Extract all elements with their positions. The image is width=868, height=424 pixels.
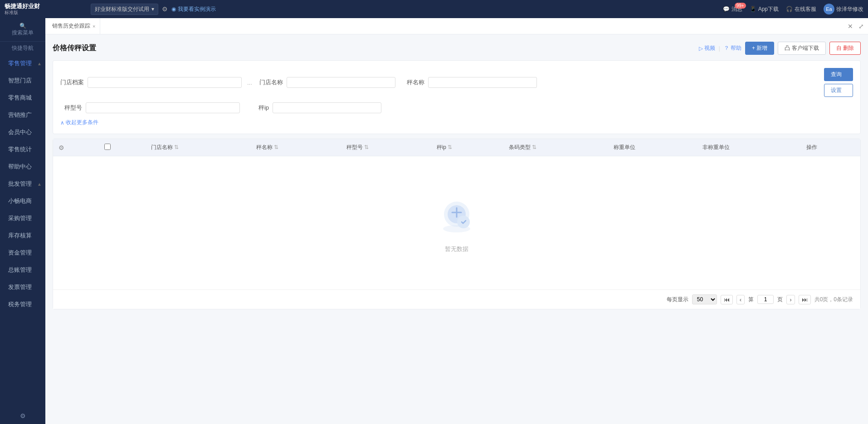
app-download-btn[interactable]: 📱 App下载 — [750, 5, 779, 13]
empty-icon — [434, 193, 479, 238]
sidebar-item-label-general-ledger: 总账管理 — [8, 266, 32, 274]
query-btn[interactable]: 查询 — [824, 68, 853, 81]
first-page-btn[interactable]: ⏮ — [721, 295, 733, 304]
search-icon: 🔍 — [20, 23, 26, 29]
table-wrapper: ⚙ 门店名称⇅ 秤名称⇅ 秤型号⇅ 秤ip⇅ 条码类型⇅ 称重单位 非称重单位 — [53, 139, 860, 156]
sidebar-item-tax[interactable]: 税务管理 — [0, 296, 45, 313]
store-file-input[interactable] — [88, 77, 242, 88]
sidebar-item-xc-ecom[interactable]: 小畅电商 — [0, 193, 45, 210]
prev-page-btn[interactable]: ‹ — [736, 295, 745, 304]
sidebar-item-label-tax: 税务管理 — [8, 300, 32, 308]
filter-scale-model: 秤型号 — [60, 102, 240, 113]
page-actions: ▷ 视频 | ？ 帮助 + 新增 凸 客户端下载 自 删除 — [699, 42, 861, 55]
sidebar-item-finance[interactable]: 资金管理 — [0, 244, 45, 261]
add-btn[interactable]: + 新增 — [745, 42, 774, 55]
settings-btn[interactable]: 设置 — [824, 84, 853, 97]
col-gear-icon[interactable]: ⚙ — [59, 144, 64, 151]
col-barcode-type: 条码类型⇅ — [503, 139, 609, 156]
version-select[interactable]: 好业财标准版交付试用 ▾ — [91, 4, 158, 15]
sidebar-item-label-retail-stat: 零售统计 — [8, 145, 32, 154]
total-info: 共0页，0条记录 — [814, 296, 853, 304]
sidebar-search[interactable]: 🔍 搜索菜单 — [0, 18, 45, 42]
store-file-dots[interactable]: ... — [247, 79, 252, 86]
demo-link[interactable]: ◉ 我要看实例演示 — [171, 5, 216, 13]
scale-ip-input[interactable] — [273, 102, 381, 113]
message-btn[interactable]: 💬 消息 99+ — [723, 5, 742, 13]
sidebar-item-retail-stat[interactable]: 零售统计 — [0, 141, 45, 158]
last-page-btn[interactable]: ⏭ — [799, 295, 811, 304]
sort-icon-scale-name[interactable]: ⇅ — [274, 144, 278, 150]
top-bar: 畅捷通好业财 标准版 好业财标准版交付试用 ▾ ⚙ ◉ 我要看实例演示 💬 消息… — [0, 0, 868, 18]
top-bar-left: 畅捷通好业财 标准版 — [5, 3, 86, 15]
empty-text: 暂无数据 — [445, 245, 468, 253]
video-link[interactable]: ▷ 视频 — [699, 44, 715, 52]
sort-icon-barcode-type[interactable]: ⇅ — [532, 144, 536, 150]
sidebar-item-label-member: 会员中心 — [8, 128, 32, 136]
sort-icon-scale-model[interactable]: ⇅ — [364, 144, 369, 150]
sidebar-item-smart-store[interactable]: 智慧门店 — [0, 72, 45, 89]
next-page-btn[interactable]: › — [786, 295, 795, 304]
sidebar-item-retail-mall[interactable]: 零售商城 — [0, 89, 45, 106]
data-table: ⚙ 门店名称⇅ 秤名称⇅ 秤型号⇅ 秤ip⇅ 条码类型⇅ 称重单位 非称重单位 — [53, 139, 860, 156]
filter-scale-ip: 秤ip — [247, 102, 381, 113]
sidebar-item-inventory[interactable]: 库存核算 — [0, 227, 45, 244]
sidebar-item-invoice[interactable]: 发票管理 — [0, 279, 45, 296]
col-settings: ⚙ — [53, 139, 99, 156]
sidebar-item-label-purchase: 采购管理 — [8, 214, 32, 222]
sidebar-item-marketing[interactable]: 营销推广 — [0, 106, 45, 124]
sidebar-item-purchase[interactable]: 采购管理 — [0, 210, 45, 227]
sidebar-item-label-invoice: 发票管理 — [8, 283, 32, 291]
sidebar-item-label-xc-ecom: 小畅电商 — [8, 197, 32, 205]
col-scale-model: 秤型号⇅ — [341, 139, 431, 156]
page-header: 价格传秤设置 ▷ 视频 | ？ 帮助 + 新增 凸 客户端下载 自 — [53, 42, 861, 55]
filter-row-2: 秤型号 秤ip — [60, 102, 853, 113]
sidebar-item-wholesale[interactable]: 批发管理▲ — [0, 175, 45, 193]
tab-sale-history[interactable]: 销售历史价跟踪× — [48, 18, 100, 34]
sidebar-item-label-marketing: 营销推广 — [8, 111, 32, 119]
user-profile-btn[interactable]: Ea 徐泽华修改 — [824, 4, 863, 14]
sidebar-item-retail[interactable]: 零售管理▲ — [0, 55, 45, 72]
select-all-checkbox[interactable] — [104, 144, 111, 150]
online-service-btn[interactable]: 🎧 在线客服 — [786, 5, 816, 13]
tabs-container: 首页商品价格设置×进价策略设置×售价提取设置×采购历史价跟踪×销售历史价跟踪×门… — [48, 18, 100, 34]
sidebar-item-general-ledger[interactable]: 总账管理 — [0, 261, 45, 279]
page-input[interactable] — [757, 295, 774, 304]
col-scale-ip: 秤ip⇅ — [431, 139, 503, 156]
chevron-down-icon: ▾ — [151, 6, 154, 12]
sort-icon-store-name[interactable]: ⇅ — [174, 144, 179, 150]
col-weight-unit: 称重单位 — [608, 139, 697, 156]
sidebar-quicknav[interactable]: 快捷导航 — [0, 42, 45, 55]
sidebar: 🔍 搜索菜单 快捷导航 零售管理▲智慧门店零售商城营销推广会员中心零售统计帮助中… — [0, 18, 45, 424]
page-size-select[interactable]: 50 10 20 100 — [692, 294, 717, 304]
filter-row-1: 门店档案 ... 门店名称 秤名称 查询 — [60, 68, 853, 97]
filter-store-name: 门店名称 — [259, 77, 395, 88]
tab-expand-btn[interactable]: ⤢ — [857, 21, 866, 32]
collapse-btn[interactable]: ∧ 收起更多条件 — [60, 119, 853, 126]
col-scale-name: 秤名称⇅ — [251, 139, 341, 156]
help-link[interactable]: ？ 帮助 — [724, 44, 741, 52]
headset-icon: 🎧 — [786, 6, 793, 12]
svg-point-3 — [457, 216, 470, 228]
col-checkbox — [99, 139, 146, 156]
delete-btn[interactable]: 自 删除 — [829, 42, 861, 55]
sort-icon-scale-ip[interactable]: ⇅ — [448, 144, 452, 150]
table-card: ⚙ 门店名称⇅ 秤名称⇅ 秤型号⇅ 秤ip⇅ 条码类型⇅ 称重单位 非称重单位 — [53, 139, 861, 309]
store-name-input[interactable] — [287, 77, 395, 88]
download-btn[interactable]: 凸 客户端下载 — [778, 42, 825, 55]
scale-name-input[interactable] — [428, 77, 537, 88]
gear-icon: ⚙ — [20, 412, 26, 419]
sidebar-item-member[interactable]: 会员中心 — [0, 124, 45, 141]
empty-state: 暂无数据 — [53, 156, 860, 289]
sidebar-item-label-help: 帮助中心 — [8, 163, 32, 171]
chevron-up-icon: ∧ — [60, 120, 64, 126]
app-logo: 畅捷通好业财 标准版 — [5, 3, 40, 15]
col-action: 操作 — [801, 139, 860, 156]
tab-close-all-btn[interactable]: ✕ — [846, 21, 855, 32]
page-content: 价格传秤设置 ▷ 视频 | ？ 帮助 + 新增 凸 客户端下载 自 — [45, 34, 868, 424]
tab-close-sale-history[interactable]: × — [93, 24, 95, 29]
play-circle-icon: ▷ — [699, 45, 703, 52]
topbar-settings-icon[interactable]: ⚙ — [162, 5, 168, 13]
scale-model-input[interactable] — [86, 102, 240, 113]
sidebar-bottom-settings[interactable]: ⚙ — [0, 408, 45, 424]
sidebar-item-help[interactable]: 帮助中心 — [0, 158, 45, 175]
